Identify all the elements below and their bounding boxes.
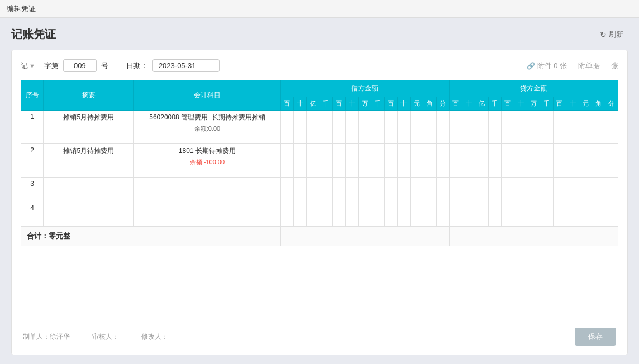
debit-cell[interactable] [320,111,332,144]
row-account[interactable] [134,178,281,202]
debit-cell[interactable] [384,144,397,178]
debit-cell[interactable] [371,178,384,202]
credit-cell[interactable] [579,202,592,227]
refresh-button[interactable]: ↻ 刷新 [595,27,628,42]
row-summary[interactable] [44,202,134,227]
credit-cell[interactable] [514,202,527,227]
row-account[interactable]: 1801 长期待摊费用余额:-100.00 [134,144,281,178]
debit-cell[interactable] [423,111,436,144]
credit-cell[interactable] [501,178,514,202]
credit-cell[interactable] [449,144,462,178]
debit-cell[interactable] [423,144,436,178]
debit-cell[interactable] [359,178,371,202]
attach-link[interactable]: 🔗 附件 0 张 [527,61,567,71]
debit-cell[interactable] [320,202,332,227]
row-summary[interactable] [44,178,134,202]
credit-cell[interactable] [579,144,592,178]
credit-cell[interactable] [592,202,605,227]
debit-cell[interactable] [436,144,449,178]
debit-cell[interactable] [345,111,358,144]
debit-cell[interactable] [307,178,320,202]
credit-cell[interactable] [514,178,527,202]
debit-cell[interactable] [280,144,293,178]
debit-cell[interactable] [307,144,320,178]
credit-cell[interactable] [501,111,514,144]
debit-cell[interactable] [384,111,397,144]
debit-cell[interactable] [332,144,345,178]
debit-cell[interactable] [320,144,332,178]
credit-cell[interactable] [462,144,475,178]
credit-cell[interactable] [540,178,553,202]
credit-cell[interactable] [501,144,514,178]
debit-cell[interactable] [280,111,293,144]
credit-cell[interactable] [592,144,605,178]
credit-cell[interactable] [527,202,540,227]
credit-cell[interactable] [488,178,501,202]
debit-cell[interactable] [332,111,345,144]
credit-cell[interactable] [605,111,618,144]
debit-cell[interactable] [294,144,307,178]
credit-cell[interactable] [592,111,605,144]
credit-cell[interactable] [475,178,488,202]
debit-cell[interactable] [345,144,358,178]
voucher-number-input[interactable] [63,59,97,72]
credit-cell[interactable] [553,178,566,202]
debit-cell[interactable] [397,202,410,227]
credit-cell[interactable] [605,178,618,202]
debit-cell[interactable] [371,111,384,144]
credit-cell[interactable] [514,111,527,144]
debit-cell[interactable] [294,202,307,227]
debit-cell[interactable] [345,178,358,202]
credit-cell[interactable] [566,144,579,178]
credit-cell[interactable] [449,202,462,227]
debit-cell[interactable] [294,111,307,144]
credit-cell[interactable] [579,178,592,202]
debit-cell[interactable] [359,111,371,144]
save-button[interactable]: 保存 [575,328,616,346]
credit-cell[interactable] [449,111,462,144]
credit-cell[interactable] [475,144,488,178]
debit-cell[interactable] [397,111,410,144]
debit-cell[interactable] [397,144,410,178]
debit-cell[interactable] [436,178,449,202]
credit-cell[interactable] [605,144,618,178]
credit-cell[interactable] [475,202,488,227]
ji-select[interactable]: 记 ▼ [21,61,35,71]
credit-cell[interactable] [527,178,540,202]
debit-cell[interactable] [436,111,449,144]
credit-cell[interactable] [566,111,579,144]
debit-cell[interactable] [423,202,436,227]
credit-cell[interactable] [592,178,605,202]
credit-cell[interactable] [488,202,501,227]
credit-cell[interactable] [540,144,553,178]
debit-cell[interactable] [384,202,397,227]
credit-cell[interactable] [605,202,618,227]
debit-cell[interactable] [332,202,345,227]
credit-cell[interactable] [540,111,553,144]
debit-cell[interactable] [384,178,397,202]
debit-cell[interactable] [359,144,371,178]
credit-cell[interactable] [449,178,462,202]
credit-cell[interactable] [488,144,501,178]
date-input[interactable] [152,59,220,72]
debit-cell[interactable] [359,202,371,227]
debit-cell[interactable] [397,178,410,202]
credit-cell[interactable] [514,144,527,178]
credit-cell[interactable] [462,178,475,202]
credit-cell[interactable] [475,111,488,144]
debit-cell[interactable] [280,178,293,202]
credit-cell[interactable] [488,111,501,144]
credit-cell[interactable] [462,111,475,144]
debit-cell[interactable] [436,202,449,227]
debit-cell[interactable] [423,178,436,202]
row-summary[interactable]: 摊销5月待摊费用 [44,111,134,144]
row-summary[interactable]: 摊销5月待摊费用 [44,144,134,178]
credit-cell[interactable] [579,111,592,144]
credit-cell[interactable] [540,202,553,227]
debit-cell[interactable] [332,178,345,202]
debit-cell[interactable] [345,202,358,227]
debit-cell[interactable] [294,178,307,202]
credit-cell[interactable] [501,202,514,227]
credit-cell[interactable] [527,111,540,144]
row-account[interactable] [134,202,281,227]
